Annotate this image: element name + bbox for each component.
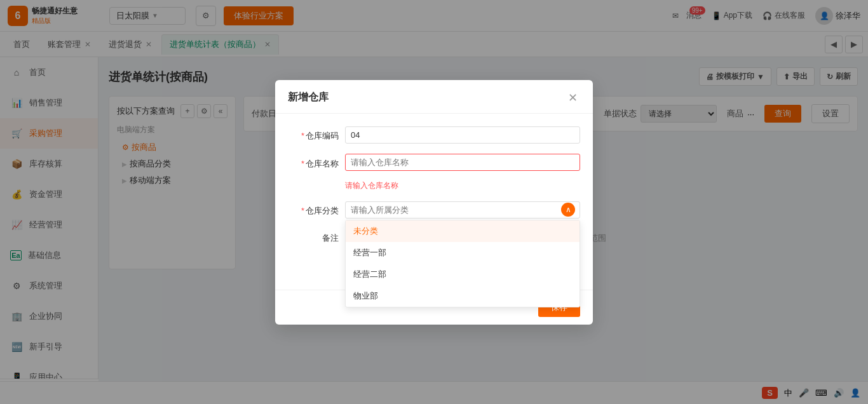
dropdown-item-0[interactable]: 未分类 bbox=[346, 220, 580, 242]
category-select-wrapper: ∧ 未分类 经营一部 经营二部 物业部 bbox=[345, 201, 580, 219]
note-label: 备注 bbox=[288, 229, 339, 244]
code-input[interactable] bbox=[345, 126, 580, 144]
code-label: *仓库编码 bbox=[288, 126, 339, 142]
category-dropdown-btn[interactable]: ∧ bbox=[561, 203, 575, 217]
name-error-msg: 请输入仓库名称 bbox=[345, 180, 398, 191]
dialog-close-btn[interactable]: ✕ bbox=[565, 90, 580, 105]
category-label: *仓库分类 bbox=[288, 201, 339, 217]
form-row-code: *仓库编码 bbox=[288, 126, 580, 144]
name-label: *仓库名称 bbox=[288, 154, 339, 170]
form-row-category: *仓库分类 ∧ 未分类 经营一部 经营二部 物业部 bbox=[288, 201, 580, 219]
dialog-body: *仓库编码 *仓库名称 请输入仓库名称 *仓库分类 bbox=[275, 114, 593, 290]
new-warehouse-dialog: 新增仓库 ✕ *仓库编码 *仓库名称 请输入仓库名称 bbox=[275, 80, 593, 325]
category-dropdown-list: 未分类 经营一部 经营二部 物业部 bbox=[345, 220, 580, 307]
dropdown-item-1[interactable]: 经营一部 bbox=[346, 242, 580, 264]
dialog-title: 新增仓库 bbox=[288, 91, 329, 104]
form-row-name: *仓库名称 请输入仓库名称 bbox=[288, 154, 580, 191]
modal-overlay[interactable]: 新增仓库 ✕ *仓库编码 *仓库名称 请输入仓库名称 bbox=[0, 0, 868, 404]
dropdown-item-2[interactable]: 经营二部 bbox=[346, 264, 580, 285]
dialog-header: 新增仓库 ✕ bbox=[275, 80, 593, 114]
name-input[interactable] bbox=[345, 154, 580, 171]
dropdown-item-3[interactable]: 物业部 bbox=[346, 285, 580, 307]
category-input[interactable] bbox=[345, 201, 580, 219]
